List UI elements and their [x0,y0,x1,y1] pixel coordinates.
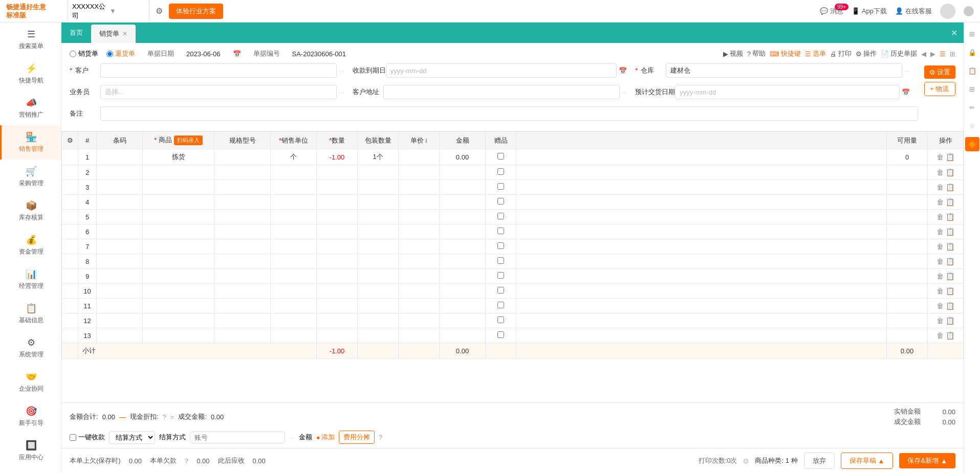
logistics-btn[interactable]: + 物流 [924,82,955,96]
gift-checkbox[interactable] [497,272,504,279]
help-btn[interactable]: ? 帮助 [747,49,766,58]
scan-btn[interactable]: 扫码录入 [174,136,203,145]
settings-icon[interactable]: ⚙ [154,4,165,18]
row-barcode[interactable] [97,149,143,165]
gift-checkbox[interactable] [497,228,504,234]
copy-row-btn[interactable]: 📋 [946,302,954,310]
sidebar-item-search[interactable]: ☰ 搜索菜单 [0,22,61,57]
next-icon[interactable]: ▶ [930,50,935,58]
due-date-calendar-icon[interactable]: 📅 [619,67,627,75]
gift-checkbox[interactable] [497,331,504,338]
row-price[interactable] [399,149,440,165]
copy-row-btn[interactable]: 📋 [946,213,954,221]
delete-row-btn[interactable]: 🗑 [937,257,944,265]
row-product[interactable]: 拣货 [143,149,214,165]
copy-row-btn[interactable]: 📋 [946,287,954,295]
sidebar-item-sales[interactable]: 🏪 销售管理 [0,125,61,160]
online-service-btn[interactable]: 👤 在线客服 [895,7,932,16]
copy-row-btn[interactable]: 📋 [946,242,954,251]
right-panel-btn-5[interactable]: ✏ [965,100,979,115]
delete-row-btn[interactable]: 🗑 [937,242,944,251]
settings-action-btn[interactable]: ⚙ 设置 [924,65,955,79]
row-gift[interactable] [486,149,516,165]
right-panel-btn-2[interactable]: 🔒 [965,45,979,59]
sidebar-item-guide[interactable]: 🎯 新手引导 [0,399,61,434]
one-click-payment-checkbox[interactable]: 一键收款 [70,433,105,442]
video-btn[interactable]: ▶ 视频 [723,49,743,58]
total-owed-help-icon[interactable]: ? [185,457,188,465]
right-panel-btn-3[interactable]: 📋 [965,63,979,78]
right-panel-btn-7[interactable]: 🔶 [965,137,979,151]
due-date-input[interactable]: yyyy-mm-dd [386,63,617,78]
expense-btn[interactable]: 费用分摊 [339,431,375,444]
delete-row-btn[interactable]: 🗑 [937,228,944,236]
gift-checkbox[interactable] [497,183,504,190]
row-qty[interactable]: -1.00 [317,149,358,165]
sidebar-item-marketing[interactable]: 📣 营销推广 [0,91,61,125]
copy-row-btn[interactable]: 📋 [946,257,954,265]
delete-row-btn[interactable]: 🗑 [937,317,944,325]
right-panel-btn-6[interactable]: ☆ [965,119,979,133]
discount-help-icon[interactable]: ? [163,413,166,421]
shortcut-btn[interactable]: ⌨ 快捷键 [770,49,801,58]
radio-sales[interactable]: 销货单 [70,49,98,58]
sidebar-item-finance[interactable]: 💰 资金管理 [0,228,61,262]
app-download-btn[interactable]: 📱 App下载 [852,7,887,16]
delete-row-btn[interactable]: 🗑 [937,272,944,280]
copy-row-btn[interactable]: 📋 [946,317,954,325]
copy-row-btn[interactable]: 📋 [946,168,954,176]
delete-row-btn[interactable]: 🗑 [937,168,944,176]
warehouse-input[interactable]: 建材仓 [666,63,902,78]
avatar[interactable] [940,4,955,19]
gift-checkbox[interactable] [497,242,504,249]
delete-row-btn[interactable]: 🗑 [937,183,944,191]
copy-row-btn[interactable]: 📋 [946,183,954,191]
customer-addr-input[interactable] [383,85,620,99]
product-type-icon[interactable]: ⊙ [743,457,749,465]
sidebar-item-wechat[interactable]: 💬 企业微信 [0,468,61,473]
th-gear[interactable]: ⚙ [62,132,78,149]
sidebar-item-apps[interactable]: 🔲 应用中心 [0,434,61,468]
tab-close-all-icon[interactable]: ✕ [945,22,964,43]
delete-row-btn[interactable]: 🗑 [937,153,944,161]
account-input[interactable] [190,432,285,443]
delete-row-btn[interactable]: 🗑 [937,198,944,206]
delete-row-btn[interactable]: 🗑 [937,213,944,221]
sidebar-item-quick-nav[interactable]: ⚡ 快捷导航 [0,57,61,91]
list-view-icon[interactable]: ☰ [940,50,946,58]
print-btn[interactable]: 🖨 打印 [830,49,852,58]
right-panel-btn-4[interactable]: ⊞ [965,82,979,96]
radio-sales-input[interactable] [70,51,76,57]
history-btn[interactable]: 📄 历史单据 [881,49,917,58]
grid-view-icon[interactable]: ⊞ [950,50,955,58]
operate-btn[interactable]: ⚙ 操作 [856,49,877,58]
gift-checkbox[interactable] [497,287,504,294]
gift-checkbox[interactable] [497,302,504,308]
delete-row-btn[interactable]: 🗑 [937,302,944,310]
company-select[interactable]: XXXXXX公司 ▼ [68,0,149,23]
save-new-btn[interactable]: 保存&新增 ▲ [899,453,955,468]
add-payment-btn[interactable]: ● 添加 [316,433,335,442]
row-spec[interactable] [214,149,271,165]
tab-sales-order[interactable]: 销货单 ✕ [91,25,136,43]
notification-btn[interactable]: 💬 消息 99+ [820,7,843,16]
account-dots-icon[interactable]: ··· [289,434,295,441]
save-draft-btn[interactable]: 保存草稿 ▲ [841,453,894,469]
expense-help-icon[interactable]: ? [379,434,382,441]
sidebar-item-inventory[interactable]: 📦 库存核算 [0,194,61,228]
salesperson-input[interactable]: 选择... [100,85,337,99]
gift-checkbox[interactable] [497,213,504,219]
customer-input[interactable] [100,63,337,78]
gift-checkbox[interactable] [497,168,504,175]
tab-close-icon[interactable]: ✕ [122,30,127,37]
gift-checkbox[interactable] [497,317,504,323]
copy-row-btn[interactable]: 📋 [946,228,954,236]
copy-row-btn[interactable]: 📋 [946,331,954,340]
sidebar-item-system[interactable]: ⚙ 系统管理 [0,331,61,365]
radio-return[interactable]: 退货单 [106,49,135,58]
calendar-icon[interactable]: 📅 [233,50,241,58]
settlement-select[interactable]: 结算方式 [109,431,155,444]
row-pkg-qty[interactable]: 1个 [358,149,399,165]
sidebar-item-purchase[interactable]: 🛒 采购管理 [0,160,61,194]
prev-icon[interactable]: ◀ [921,50,926,58]
